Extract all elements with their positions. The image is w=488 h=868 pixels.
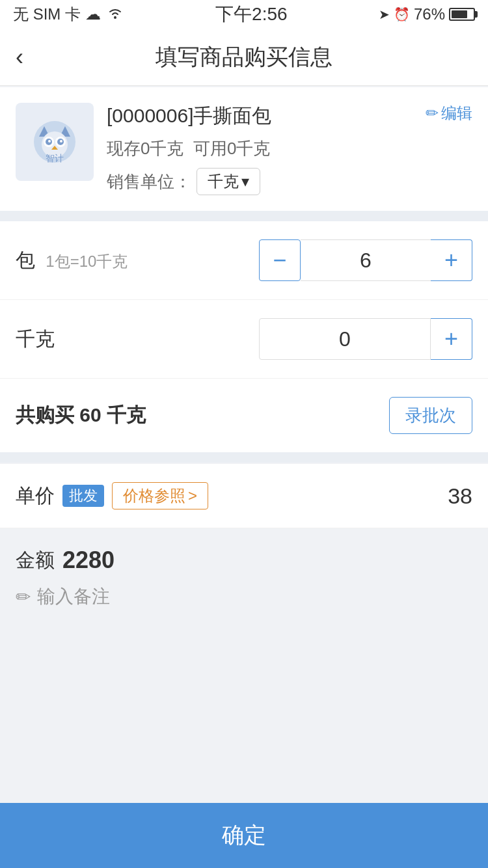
status-time: 下午2:56 [215, 2, 288, 27]
price-left: 单价 批发 价格参照 > [16, 482, 208, 509]
note-icon: ✏ [16, 586, 31, 608]
sim-label: 无 SIM 卡 ☁ [13, 4, 101, 25]
price-ref-arrow: > [188, 487, 197, 505]
battery-percent: 76% [414, 5, 445, 23]
edit-button[interactable]: ✏ 编辑 [426, 103, 472, 124]
battery-icon [449, 8, 475, 21]
note-placeholder: 输入备注 [37, 584, 110, 609]
price-value: 38 [448, 483, 472, 509]
price-section: 单价 批发 价格参照 > 38 [0, 464, 488, 528]
product-thumbnail: 智计 [16, 103, 94, 181]
back-button[interactable]: ‹ [16, 44, 23, 71]
summary-row: 共购买 60 千克 录批次 [0, 379, 488, 452]
status-left: 无 SIM 卡 ☁ [13, 4, 124, 25]
divider-2 [0, 452, 488, 463]
package-quantity-control: − + [259, 239, 472, 281]
wifi-icon [106, 5, 124, 23]
status-right: ➤ ⏰ 76% [379, 5, 475, 23]
alarm-icon: ⏰ [394, 7, 410, 22]
product-image: 智计 [31, 118, 78, 165]
location-icon: ➤ [379, 7, 390, 22]
price-label: 单价 [16, 483, 55, 509]
price-ref-button[interactable]: 价格参照 > [112, 482, 208, 509]
package-quantity-input[interactable] [301, 239, 431, 281]
batch-button[interactable]: 录批次 [389, 397, 472, 434]
amount-value: 2280 [62, 547, 115, 574]
input-section: 包 1包=10千克 − + 千克 + [0, 221, 488, 379]
kg-quantity-control: + [259, 318, 472, 360]
nav-bar: ‹ 填写商品购买信息 [0, 29, 488, 86]
kg-row: 千克 + [0, 300, 488, 379]
price-tag: 批发 [62, 485, 104, 507]
kg-label: 千克 [16, 326, 259, 353]
kg-quantity-input[interactable] [259, 318, 431, 360]
page-title: 填写商品购买信息 [156, 42, 332, 72]
svg-point-0 [114, 16, 116, 19]
product-card: 智计 [0000006]手撕面包 现存0千克 可用0千克 销售单位： 千克 ▾ … [0, 87, 488, 211]
edit-icon: ✏ [426, 104, 439, 122]
confirm-bar[interactable]: 确定 [0, 803, 488, 868]
package-label: 包 1包=10千克 [16, 247, 259, 274]
svg-text:智计: 智计 [46, 153, 64, 163]
unit-selector[interactable]: 千克 ▾ [197, 168, 260, 195]
amount-label: 金额 [16, 547, 55, 574]
package-increase-button[interactable]: + [431, 239, 472, 281]
product-stock: 现存0千克 可用0千克 [107, 137, 472, 160]
package-conversion: 1包=10千克 [46, 252, 128, 270]
unit-dropdown-icon: ▾ [241, 172, 249, 191]
svg-point-9 [48, 140, 51, 142]
amount-section: 金额 2280 ✏ 输入备注 [0, 528, 488, 627]
confirm-button[interactable]: 确定 [222, 821, 266, 850]
package-row: 包 1包=10千克 − + [0, 221, 488, 300]
product-name: [0000006]手撕面包 [107, 103, 472, 129]
amount-row: 金额 2280 [16, 547, 472, 574]
price-row: 单价 批发 价格参照 > 38 [0, 464, 488, 528]
divider-1 [0, 211, 488, 221]
back-icon: ‹ [16, 44, 23, 70]
status-bar: 无 SIM 卡 ☁ 下午2:56 ➤ ⏰ 76% [0, 0, 488, 29]
svg-point-10 [60, 140, 62, 142]
product-info: [0000006]手撕面包 现存0千克 可用0千克 销售单位： 千克 ▾ [107, 103, 472, 195]
note-row[interactable]: ✏ 输入备注 [16, 584, 472, 609]
package-decrease-button[interactable]: − [259, 239, 301, 281]
kg-increase-button[interactable]: + [431, 318, 472, 360]
summary-text: 共购买 60 千克 [16, 402, 146, 429]
product-unit: 销售单位： 千克 ▾ [107, 168, 472, 195]
